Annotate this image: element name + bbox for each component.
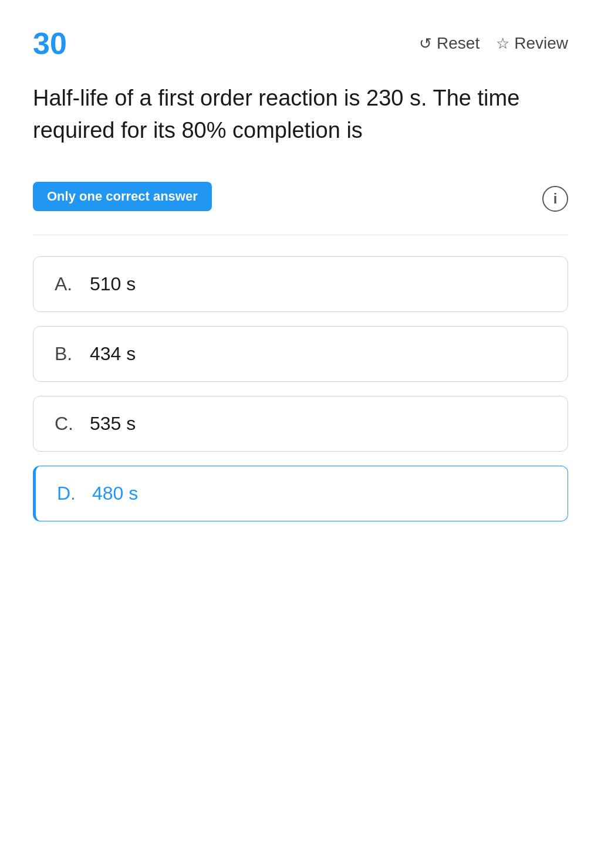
reset-button[interactable]: ↺ Reset: [419, 34, 480, 53]
option-label-c: C.: [55, 413, 76, 435]
options-list: A.510 sB.434 sC.535 sD.480 s: [33, 256, 568, 521]
star-icon: ☆: [496, 35, 509, 53]
review-label: Review: [514, 34, 568, 53]
question-number: 30: [33, 28, 67, 59]
option-item-c[interactable]: C.535 s: [33, 396, 568, 452]
divider: [33, 235, 568, 235]
option-text-c: 535 s: [90, 413, 136, 435]
question-card: 30 ↺ Reset ☆ Review Half-life of a first…: [0, 0, 601, 868]
header: 30 ↺ Reset ☆ Review: [33, 28, 568, 59]
option-text-b: 434 s: [90, 343, 136, 365]
option-label-d: D.: [57, 483, 78, 504]
header-actions: ↺ Reset ☆ Review: [419, 34, 568, 53]
review-button[interactable]: ☆ Review: [496, 34, 568, 53]
option-item-d[interactable]: D.480 s: [33, 466, 568, 521]
option-item-b[interactable]: B.434 s: [33, 326, 568, 382]
info-button[interactable]: i: [542, 186, 568, 212]
option-item-a[interactable]: A.510 s: [33, 256, 568, 312]
badge-row: Only one correct answer i: [33, 182, 568, 216]
option-text-a: 510 s: [90, 273, 136, 295]
question-text: Half-life of a first order reaction is 2…: [33, 82, 568, 147]
option-text-d: 480 s: [92, 483, 138, 504]
answer-type-badge: Only one correct answer: [33, 182, 212, 211]
reset-label: Reset: [437, 34, 480, 53]
reset-icon: ↺: [419, 35, 432, 53]
option-label-b: B.: [55, 343, 76, 365]
page-container: 30 ↺ Reset ☆ Review Half-life of a first…: [0, 0, 601, 868]
option-label-a: A.: [55, 273, 76, 295]
